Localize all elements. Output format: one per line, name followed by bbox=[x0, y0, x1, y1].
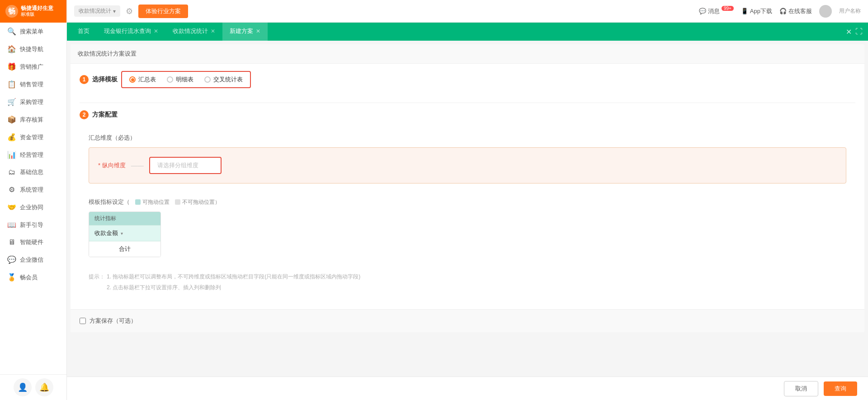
save-label: 方案保存（可选） bbox=[90, 317, 137, 325]
sidebar-item-guide[interactable]: 📖 新手引导 bbox=[0, 216, 66, 234]
section-2-title: 2 方案配置 bbox=[80, 110, 855, 119]
chevron-down-icon: ▾ bbox=[113, 8, 116, 14]
money-icon: 💰 bbox=[7, 133, 16, 141]
sidebar-item-hardware[interactable]: 🖥 智能硬件 bbox=[0, 234, 66, 251]
sidebar-item-label: 快捷导航 bbox=[20, 45, 43, 53]
app-download-item[interactable]: 📱 App下载 bbox=[741, 7, 772, 15]
handshake-icon: 🤝 bbox=[7, 203, 16, 212]
tab-close-icon[interactable]: ✕ bbox=[256, 28, 260, 34]
metrics-column-header[interactable]: 收款金额 ▾ bbox=[89, 226, 160, 241]
home-icon: 🏠 bbox=[7, 45, 16, 53]
radio-summary[interactable]: 汇总表 bbox=[129, 75, 156, 84]
sidebar-item-label: 新手引导 bbox=[20, 221, 43, 229]
settings-icon[interactable]: ⚙ bbox=[126, 6, 133, 16]
breadcrumb: 收款情况统计 ▾ bbox=[74, 5, 120, 17]
clipboard-icon: 📋 bbox=[7, 80, 16, 89]
radio-cross-label: 交叉统计表 bbox=[213, 75, 243, 84]
message-item[interactable]: 💬 消息 99+ bbox=[699, 7, 734, 15]
logo-icon: 畅 bbox=[5, 5, 18, 18]
sidebar-item-corp[interactable]: 🤝 企业协同 bbox=[0, 198, 66, 216]
service-icon: 🎧 bbox=[779, 8, 787, 14]
draggable-label: 可拖动位置 bbox=[142, 198, 170, 206]
arrow-icon: —— bbox=[131, 162, 144, 169]
sidebar-bottom: 👤 🔔 bbox=[0, 374, 66, 400]
tips-section: 提示： 1. 拖动标题栏可以调整布局，不可跨维度或指标区域拖动栏目字段(只能在同… bbox=[80, 266, 855, 302]
tab-bar: 首页 现金银行流水查询 ✕ 收款情况统计 ✕ 新建方案 ✕ ✕ ⛶ bbox=[67, 23, 868, 41]
tab-home[interactable]: 首页 bbox=[71, 23, 97, 41]
metrics-table: 统计指标 收款金额 ▾ 合计 bbox=[89, 212, 161, 257]
download-icon: 📱 bbox=[741, 8, 748, 14]
sidebar-item-inventory[interactable]: 📦 库存核算 bbox=[0, 111, 66, 128]
tab-close-icon[interactable]: ✕ bbox=[211, 28, 215, 34]
sidebar-item-label: 畅会员 bbox=[20, 273, 38, 282]
radio-dot-summary bbox=[131, 78, 134, 81]
draggable-indicator bbox=[135, 199, 141, 205]
sidebar-item-purchase[interactable]: 🛒 采购管理 bbox=[0, 93, 66, 111]
dimension-section: 汇总维度（必选） * 纵向维度 —— 请选择分组维度 bbox=[80, 127, 855, 191]
sidebar-item-finance[interactable]: 💰 资金管理 bbox=[0, 128, 66, 146]
cart-icon: 🛒 bbox=[7, 98, 16, 106]
sidebar-item-wechat[interactable]: 💬 企业微信 bbox=[0, 251, 66, 268]
dimension-area: * 纵向维度 —— 请选择分组维度 bbox=[89, 147, 846, 184]
radio-circle-detail bbox=[167, 76, 173, 83]
content-area: 收款情况统计方案设置 1 选择模板 汇总表 bbox=[67, 41, 868, 376]
radio-cross[interactable]: 交叉统计表 bbox=[204, 75, 243, 84]
metrics-stats-label: 统计指标 bbox=[89, 212, 160, 226]
tab-payment-stats-label: 收款情况统计 bbox=[173, 27, 208, 35]
section-2-num: 2 bbox=[80, 110, 89, 119]
box-icon: 📦 bbox=[7, 115, 16, 124]
cancel-button[interactable]: 取消 bbox=[784, 381, 818, 396]
radio-circle-cross bbox=[204, 76, 211, 83]
sidebar-item-basics[interactable]: 🗂 基础信息 bbox=[0, 164, 66, 181]
sidebar-item-search[interactable]: 🔍 搜索菜单 bbox=[0, 23, 66, 40]
user-avatar-btn[interactable]: 👤 bbox=[14, 378, 32, 396]
sidebar-item-label: 系统管理 bbox=[20, 186, 43, 194]
logo-sub: 标准版 bbox=[21, 11, 53, 18]
sidebar-item-operations[interactable]: 📊 经营管理 bbox=[0, 146, 66, 164]
section-1-num: 1 bbox=[80, 75, 89, 84]
close-window-icon[interactable]: ✕ bbox=[846, 28, 852, 36]
dimension-select[interactable]: 请选择分组维度 bbox=[149, 157, 222, 174]
logo-title: 畅捷通好生意 bbox=[21, 5, 53, 11]
sidebar-item-marketing[interactable]: 🎁 营销推广 bbox=[0, 58, 66, 75]
query-button[interactable]: 查询 bbox=[824, 381, 857, 396]
gear-icon: ⚙ bbox=[7, 185, 16, 194]
message-icon: 💬 bbox=[699, 8, 706, 14]
top-header: 收款情况统计 ▾ ⚙ 体验行业方案 💬 消息 99+ 📱 App下载 🎧 在线客… bbox=[67, 0, 868, 23]
sidebar-item-label: 基础信息 bbox=[20, 168, 43, 176]
folder-icon: 🗂 bbox=[7, 168, 16, 176]
medal-icon: 🏅 bbox=[7, 273, 16, 282]
fullscreen-icon[interactable]: ⛶ bbox=[855, 28, 863, 36]
online-service-item[interactable]: 🎧 在线客服 bbox=[779, 7, 812, 15]
sidebar-item-sales[interactable]: 📋 销售管理 bbox=[0, 75, 66, 93]
chat-icon: 💬 bbox=[7, 255, 16, 264]
sidebar-item-label: 企业微信 bbox=[20, 256, 43, 264]
metrics-title: 模板指标设定（ bbox=[89, 198, 130, 206]
sidebar-item-label: 资金管理 bbox=[20, 133, 43, 141]
notification-btn[interactable]: 🔔 bbox=[35, 378, 53, 396]
tab-close-icon[interactable]: ✕ bbox=[154, 28, 158, 34]
radio-detail[interactable]: 明细表 bbox=[167, 75, 193, 84]
page-title: 收款情况统计方案设置 bbox=[78, 50, 137, 57]
sidebar-item-label: 企业协同 bbox=[20, 203, 43, 212]
sidebar-item-label: 智能硬件 bbox=[20, 238, 43, 246]
sidebar-item-quick-nav[interactable]: 🏠 快捷导航 bbox=[0, 40, 66, 58]
save-section: 方案保存（可选） bbox=[71, 309, 864, 332]
metrics-section: 模板指标设定（ 可拖动位置 不可拖动位置） 统计指标 bbox=[80, 191, 855, 266]
tips-item-1: 1. 拖动标题栏可以调整布局，不可跨维度或指标区域拖动栏目字段(只能在同一维度或… bbox=[107, 271, 360, 282]
radio-circle-summary bbox=[129, 76, 136, 83]
radio-detail-label: 明细表 bbox=[176, 75, 193, 84]
tab-new-plan[interactable]: 新建方案 ✕ bbox=[222, 23, 268, 41]
tab-payment-stats[interactable]: 收款情况统计 ✕ bbox=[165, 23, 222, 41]
save-checkbox[interactable] bbox=[80, 318, 86, 324]
sidebar-item-system[interactable]: ⚙ 系统管理 bbox=[0, 181, 66, 198]
main-area: 收款情况统计 ▾ ⚙ 体验行业方案 💬 消息 99+ 📱 App下载 🎧 在线客… bbox=[67, 0, 868, 400]
section-2-label: 方案配置 bbox=[92, 111, 118, 119]
tips-row-1: 提示： 1. 拖动标题栏可以调整布局，不可跨维度或指标区域拖动栏目字段(只能在同… bbox=[89, 271, 846, 282]
section-1-template: 1 选择模板 汇总表 明细表 bbox=[71, 64, 864, 103]
tab-cash-flow[interactable]: 现金银行流水查询 ✕ bbox=[97, 23, 165, 41]
trial-industry-button[interactable]: 体验行业方案 bbox=[138, 5, 188, 18]
footer-bar: 取消 查询 bbox=[67, 376, 868, 400]
message-badge: 99+ bbox=[722, 6, 734, 11]
sidebar-item-member[interactable]: 🏅 畅会员 bbox=[0, 268, 66, 286]
